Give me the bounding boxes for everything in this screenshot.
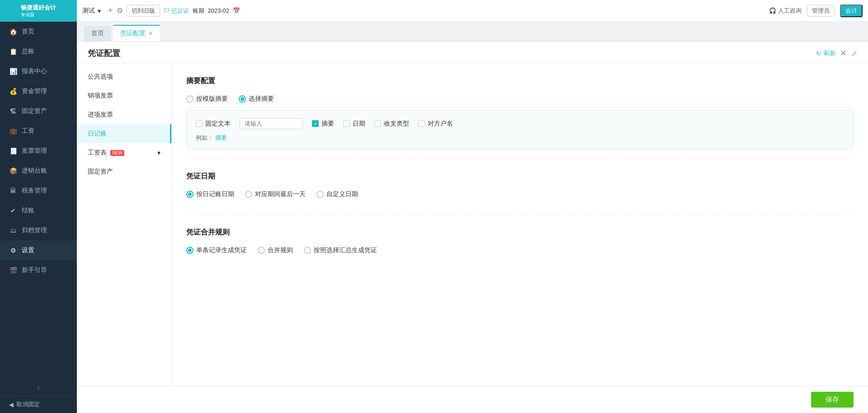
- refresh-btn[interactable]: ↻ 刷新: [816, 49, 835, 57]
- switch-old-btn[interactable]: 切到旧版: [127, 5, 160, 17]
- radio-merge-rule[interactable]: 合并规则: [258, 246, 293, 254]
- config-nav-payroll-table[interactable]: 工资表 NEW▾: [77, 143, 171, 162]
- topbar-actions: + ⚙ 切到旧版 🛡 已认证 账期 2023-02 📅: [108, 5, 240, 17]
- section-date: 凭证日期 按日记账日期 对应期间最后一天: [186, 159, 854, 215]
- topbar: 畅捷通好会计 专业版 测试 ▾ + ⚙ 切到旧版 🛡 已认证 账期 2023-0…: [0, 0, 868, 22]
- settings-icon[interactable]: ⚙: [117, 6, 123, 15]
- sidebar-item-ledger[interactable]: 📋总账: [0, 42, 77, 61]
- user-btn[interactable]: 管理员: [807, 5, 835, 17]
- radio-single[interactable]: 单条记录生成凭证: [186, 246, 247, 254]
- radio-journal-date[interactable]: 按日记账日期: [186, 190, 234, 198]
- archive-icon: 🗂: [9, 226, 17, 235]
- merge-radio-group: 单条记录生成凭证 合并规则 按照选择汇总生成凭证: [186, 246, 854, 254]
- example-text: 例如： 摘要: [196, 134, 844, 142]
- fixed-text-input[interactable]: [240, 118, 303, 129]
- tab-close-icon[interactable]: ✕: [148, 30, 153, 37]
- radio-custom-date[interactable]: 自定义日期: [316, 190, 358, 198]
- pin-icon: ◀: [9, 401, 14, 408]
- tax-icon: 🏛: [9, 187, 17, 195]
- sidebar-label-close: 结账: [22, 206, 34, 215]
- certified-badge: 🛡 已认证: [164, 7, 189, 15]
- radio-template-circle: [186, 95, 193, 103]
- add-icon[interactable]: +: [108, 6, 113, 15]
- date-radio-group: 按日记账日期 对应期间最后一天 自定义日期: [186, 190, 854, 198]
- config-nav-public[interactable]: 公共选项: [77, 67, 171, 86]
- fund-icon: 💰: [9, 87, 17, 95]
- asset-icon: 🏗: [9, 107, 17, 115]
- fullscreen-btn[interactable]: ⤢: [851, 49, 857, 58]
- section-date-title: 凭证日期: [186, 172, 854, 181]
- headset-icon: 🎧: [769, 7, 776, 14]
- sidebar-item-tax[interactable]: 🏛税务管理: [0, 181, 77, 201]
- checkbox-summary-box: ✓: [312, 120, 319, 127]
- sidebar-item-archive[interactable]: 🗂归档管理: [0, 221, 77, 240]
- tab-voucher-config-label: 凭证配置: [120, 29, 146, 38]
- tab-voucher-config[interactable]: 凭证配置 ✕: [113, 25, 160, 41]
- checkbox-row: 固定文本 ✓ 摘要 日期: [196, 118, 844, 129]
- sidebar-item-trade[interactable]: 📦进销台账: [0, 161, 77, 181]
- service-btn[interactable]: 🎧 人工咨询: [769, 7, 802, 15]
- checkbox-pay-type-box: [374, 120, 381, 127]
- page-content: 凭证配置 ↻ 刷新 ✕ ⤢ 公共选项销项发票进项发票日记账工资表 NEW▾固定资…: [77, 42, 868, 413]
- report-icon: 📊: [9, 67, 17, 75]
- sidebar-item-fund[interactable]: 💰资金管理: [0, 81, 77, 101]
- checkbox-counterpart-box: [418, 120, 425, 127]
- section-summary: 摘要配置 按模版摘要 选择摘要: [186, 64, 854, 159]
- radio-merge-rule-circle: [258, 247, 265, 254]
- invoice-icon: 🧾: [9, 147, 17, 155]
- sidebar-label-home: 首页: [22, 28, 34, 36]
- config-nav-purchase-invoice[interactable]: 进项发票: [77, 105, 171, 124]
- close-page-btn[interactable]: ✕: [840, 48, 847, 58]
- arrow-payroll-table: ▾: [157, 149, 160, 156]
- sidebar-item-salary[interactable]: 💼工资: [0, 121, 77, 141]
- sidebar-item-invoice[interactable]: 🧾发票管理: [0, 141, 77, 161]
- app-logo: 畅捷通好会计 专业版: [0, 0, 77, 22]
- sidebar-item-asset[interactable]: 🏗固定资产: [0, 101, 77, 121]
- sidebar-label-archive: 归档管理: [22, 226, 47, 235]
- config-nav-sales-invoice[interactable]: 销项发票: [77, 86, 171, 105]
- page-footer: 保存: [77, 386, 868, 413]
- section-merge: 凭证合并规则 单条记录生成凭证 合并规则: [186, 215, 854, 271]
- sidebar-item-report[interactable]: 📊报表中心: [0, 61, 77, 81]
- sidebar-label-salary: 工资: [22, 127, 34, 135]
- checkbox-date[interactable]: 日期: [343, 120, 365, 128]
- sidebar-pin-btn[interactable]: ◀ 取消固定: [0, 395, 77, 413]
- sidebar-label-report: 报表中心: [22, 67, 47, 75]
- close-icon: ✔: [9, 206, 17, 215]
- project-name[interactable]: 测试 ▾: [82, 7, 101, 15]
- config-nav: 公共选项销项发票进项发票日记账工资表 NEW▾固定资产: [77, 64, 172, 386]
- calendar-icon[interactable]: 📅: [233, 7, 240, 14]
- home-icon: 🏠: [9, 28, 17, 36]
- radio-select[interactable]: 选择摘要: [239, 95, 274, 103]
- sidebar-item-home[interactable]: 🏠首页: [0, 22, 77, 42]
- radio-summary-generate[interactable]: 按照选择汇总生成凭证: [304, 246, 377, 254]
- save-button[interactable]: 保存: [811, 392, 854, 408]
- sidebar-label-settings: 设置: [22, 246, 34, 254]
- sidebar-item-guide[interactable]: 🎬新手引导: [0, 260, 77, 280]
- sidebar-label-invoice: 发票管理: [22, 147, 47, 155]
- checkbox-summary[interactable]: ✓ 摘要: [312, 120, 334, 128]
- config-nav-fixed-assets[interactable]: 固定资产: [77, 162, 171, 181]
- checkbox-counterpart[interactable]: 对方户名: [418, 120, 453, 128]
- config-nav-journal[interactable]: 日记账: [77, 124, 171, 143]
- tab-home[interactable]: 首页: [84, 26, 111, 41]
- checkbox-fixed-text-box: [196, 120, 203, 127]
- page-top-right: ↻ 刷新 ✕ ⤢: [816, 48, 857, 58]
- sidebar-scroll-down[interactable]: ‹: [0, 380, 77, 395]
- role-btn[interactable]: 会计: [840, 5, 863, 17]
- content-area: 首页 凭证配置 ✕ 凭证配置 ↻ 刷新 ✕ ⤢: [77, 22, 868, 413]
- sidebar-item-close[interactable]: ✔结账: [0, 201, 77, 221]
- sidebar-item-settings[interactable]: ⚙设置: [0, 240, 77, 260]
- radio-summary-generate-circle: [304, 247, 311, 254]
- radio-single-circle: [186, 247, 193, 254]
- topbar-right: 🎧 人工咨询 管理员 会计: [769, 5, 863, 17]
- trade-icon: 📦: [9, 167, 17, 175]
- checkbox-fixed-text[interactable]: 固定文本: [196, 120, 231, 128]
- sidebar-label-trade: 进销台账: [22, 167, 47, 175]
- radio-period-last[interactable]: 对应期间最后一天: [245, 190, 306, 198]
- checkbox-pay-type[interactable]: 收支类型: [374, 120, 409, 128]
- guide-icon: 🎬: [9, 266, 17, 274]
- radio-template[interactable]: 按模版摘要: [186, 95, 228, 103]
- shield-icon: 🛡: [164, 7, 170, 14]
- refresh-icon: ↻: [816, 50, 821, 57]
